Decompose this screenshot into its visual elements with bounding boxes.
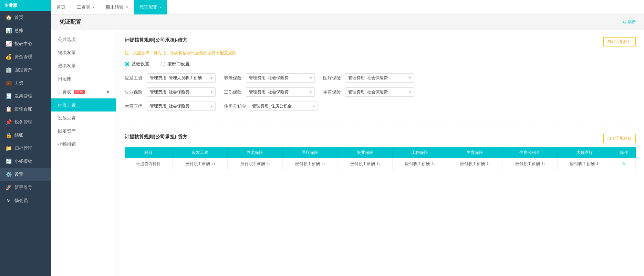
sidebar-item-reports[interactable]: 📈 报表中心 (0, 37, 51, 50)
cell-zhufang: 应付职工薪酬_b (502, 158, 558, 170)
section-divider (125, 127, 636, 127)
left-nav-public[interactable]: 公共选项 (51, 33, 116, 46)
cell-subject: 计提贷方科目 (125, 158, 173, 170)
select-yanglao[interactable]: 管理费用_社会保险费 ▾ (246, 73, 315, 83)
cell-yingfa: 应付职工薪酬_b (173, 158, 228, 170)
sidebar-item-guide[interactable]: 🚀 新手引导 (0, 181, 51, 194)
radio-department[interactable]: 按部门设置 (160, 61, 190, 67)
ledger-icon: 📊 (6, 28, 12, 34)
right-content: 自动匹配科目 计提核算规则(公司承担)-借方 注：只能选择一种方式，系统将按照您… (116, 30, 644, 276)
app-edition: 专业版 (0, 0, 51, 11)
sidebar-item-assets[interactable]: 🏢 固定资产 (0, 63, 51, 76)
close-tab-voucher[interactable]: × (159, 5, 162, 9)
select-shiye[interactable]: 管理费用_社会保险费 ▾ (147, 87, 216, 97)
section-debit: 自动匹配科目 计提核算规则(公司承担)-借方 注：只能选择一种方式，系统将按照您… (125, 37, 636, 116)
field-gongshang: 工伤保险 管理费用_社会保险费 ▾ (224, 87, 315, 97)
col-header-subject: 科目 (125, 147, 173, 158)
tab-voucher[interactable]: 凭证配置 × (134, 0, 167, 14)
auto-match-debit-button[interactable]: 自动匹配科目 (603, 37, 636, 46)
sidebar-item-salary[interactable]: 💼 工资 (0, 76, 51, 89)
select-yiliao[interactable]: 管理费用_社会保险费 ▾ (345, 73, 414, 83)
sidebar-item-member[interactable]: V 畅会员 (0, 194, 51, 207)
left-nav-calc-salary[interactable]: 计提工资 (51, 98, 116, 112)
col-header-yanglao: 养老保险 (227, 147, 282, 158)
col-header-shengyu: 生育保险 (447, 147, 502, 158)
tab-period[interactable]: 期末结转 × (100, 0, 134, 14)
radio-department-circle[interactable] (160, 62, 165, 66)
col-header-yingfa: 应发工资 (173, 147, 228, 158)
label-yingfa: 应发工资 (125, 75, 144, 81)
sidebar-item-xiaochange[interactable]: 🔄 小畅报销 (0, 155, 51, 168)
field-yanglao: 养老保险 管理费用_社会保险费 ▾ (224, 73, 315, 83)
sidebar-item-archive[interactable]: 📁 归档管理 (0, 142, 51, 155)
left-nav-expense[interactable]: 小畅报销 (51, 138, 116, 151)
section1-title: 计提核算规则(公司承担)-借方 (125, 37, 636, 46)
select-zhufang[interactable]: 管理费用_住房公积金 ▾ (249, 102, 318, 111)
assets-icon: 🏢 (6, 67, 12, 73)
cell-gongshang: 应付职工薪酬_b (392, 158, 447, 170)
chevron-icon: ▾ (211, 90, 212, 94)
select-shengyu[interactable]: 管理费用_社会保险费 ▾ (345, 87, 414, 97)
sidebar-item-ledger[interactable]: 📊 总账 (0, 24, 51, 37)
settings-icon: ⚙️ (6, 171, 12, 178)
sidebar-item-tax[interactable]: 📌 税务管理 (0, 116, 51, 129)
edit-icon[interactable]: ✎ (622, 162, 626, 167)
left-nav-pay-salary[interactable]: 发放工资 (51, 112, 116, 125)
sidebar-item-close[interactable]: 🔒 结账 (0, 129, 51, 142)
radio-basic-circle[interactable] (125, 62, 129, 66)
tab-payroll[interactable]: 工资表 × (71, 0, 100, 14)
form-row-2: 失业保险 管理费用_社会保险费 ▾ 工伤保险 管理费用_社会保险费 ▾ (125, 87, 636, 97)
chevron-icon: ▾ (310, 76, 312, 80)
sidebar-item-invoice[interactable]: 🧾 发票管理 (0, 89, 51, 103)
close-period-icon: 🔒 (6, 132, 12, 138)
section1-note: 注：只能选择一种方式，系统将按照您当前的选择来配置规则 (125, 50, 636, 56)
cell-action[interactable]: ✎ (612, 158, 636, 170)
close-tab-payroll[interactable]: × (92, 5, 94, 9)
select-yingfa[interactable]: 管理费用_管理人员职工薪酬 ▾ (147, 73, 216, 83)
new-badge: NEW (74, 90, 85, 94)
col-header-dale: 大额医疗 (557, 147, 612, 158)
field-yiliao: 医疗保险 管理费用_社会保险费 ▾ (323, 73, 414, 83)
salary-icon: 💼 (6, 80, 12, 86)
left-nav-payroll-table[interactable]: 工资表 NEW ▾ (51, 85, 116, 98)
tab-home[interactable]: 首页 (51, 0, 71, 14)
auto-match-credit-button[interactable]: 自动匹配科目 (603, 134, 636, 143)
left-nav: 公共选项 销项发票 进项发票 日记账 工资表 NEW ▾ (51, 30, 116, 276)
select-gongshang[interactable]: 管理费用_社会保险费 ▾ (246, 87, 315, 97)
chevron-icon: ▾ (211, 104, 212, 108)
label-shiye: 失业保险 (125, 89, 144, 95)
credit-table: 科目 应发工资 养老保险 医疗保险 失业保险 工伤保险 生育保险 住房公积金 大… (125, 147, 636, 170)
tax-icon: 📌 (6, 119, 12, 125)
col-header-zhufang: 住房公积金 (502, 147, 558, 158)
close-tab-period[interactable]: × (126, 5, 128, 9)
label-yiliao: 医疗保险 (323, 75, 342, 81)
select-dale[interactable]: 管理费用_社会保险费 ▾ (147, 102, 216, 111)
field-shiye: 失业保险 管理费用_社会保险费 ▾ (125, 87, 216, 97)
refresh-button[interactable]: ↻ 刷新 (623, 19, 636, 25)
left-nav-sales-invoice[interactable]: 销项发票 (51, 46, 116, 59)
sidebar-item-settings[interactable]: ⚙️ 设置 (0, 168, 51, 181)
cell-yanglao: 应付职工薪酬_b (227, 158, 282, 170)
field-yingfa-gongzi: 应发工资 管理费用_管理人员职工薪酬 ▾ (125, 73, 216, 83)
sidebar-item-funds[interactable]: 💰 资金管理 (0, 50, 51, 63)
form-row-1: 应发工资 管理费用_管理人员职工薪酬 ▾ 养老保险 管理费用_社会保险费 ▾ (125, 73, 636, 83)
trade-icon: 📋 (6, 106, 12, 112)
col-header-shiye: 失业保险 (337, 147, 393, 158)
chevron-icon: ▾ (313, 104, 315, 108)
col-header-gongshang: 工伤保险 (392, 147, 447, 158)
left-nav-purchase-invoice[interactable]: 进项发票 (51, 59, 116, 72)
sidebar-item-trade[interactable]: 📋 进销台账 (0, 103, 51, 116)
sidebar-item-home[interactable]: 🏠 首页 (0, 11, 51, 24)
content-layout: 公共选项 销项发票 进项发票 日记账 工资表 NEW ▾ (51, 30, 644, 276)
sidebar: 专业版 🏠 首页 📊 总账 📈 报表中心 💰 资金管理 🏢 固定资产 💼 工资 … (0, 0, 51, 276)
field-shengyu: 生育保险 管理费用_社会保险费 ▾ (323, 87, 414, 97)
guide-icon: 🚀 (6, 184, 12, 191)
left-nav-fixed-assets[interactable]: 固定资产 (51, 125, 116, 138)
radio-basic[interactable]: 基础设置 (125, 61, 149, 67)
label-gongshang: 工伤保险 (224, 89, 243, 95)
section2-title: 计提核算规则(公司承担)-贷方 (125, 134, 636, 143)
left-nav-journal[interactable]: 日记账 (51, 72, 116, 85)
col-header-action: 操作 (612, 147, 636, 158)
field-dale: 大额医疗 管理费用_社会保险费 ▾ (125, 102, 216, 111)
chevron-icon: ▾ (409, 76, 411, 80)
